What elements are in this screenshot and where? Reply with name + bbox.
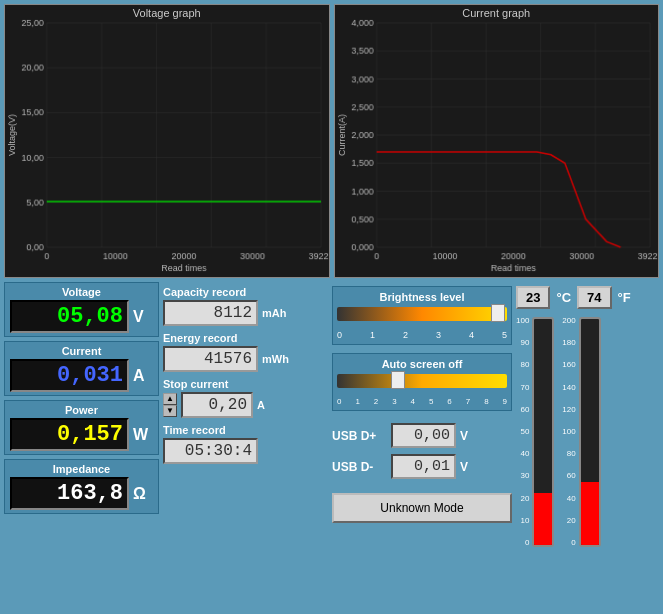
stop-current-row: ▲ ▼ A [163, 392, 328, 418]
celsius-badge: 23 [516, 286, 550, 309]
time-row [163, 438, 328, 464]
fahrenheit-badge: 74 [577, 286, 611, 309]
capacity-block: Capacity record mAh [163, 286, 328, 326]
usb-dplus-label: USB D+ [332, 429, 387, 443]
current-graph: Current graph [334, 4, 660, 278]
voltage-graph: Voltage graph [4, 4, 330, 278]
current-graph-title: Current graph [335, 5, 659, 21]
bottom-section: Voltage 05,08 V Current 0,031 A Power 0,… [0, 280, 663, 614]
capacity-unit: mAh [262, 307, 286, 319]
impedance-label: Impedance [10, 463, 153, 475]
thermometers-row: 100 90 80 70 60 50 40 30 20 10 0 [516, 317, 631, 610]
fahrenheit-scale: 200 180 160 140 120 100 80 60 40 20 0 [562, 317, 575, 547]
celsius-fill [534, 493, 552, 545]
voltage-unit: V [133, 308, 153, 326]
power-block: Power 0,157 W [4, 400, 159, 455]
energy-label: Energy record [163, 332, 328, 344]
voltage-graph-title: Voltage graph [5, 5, 329, 21]
power-row: 0,157 W [10, 418, 153, 451]
celsius-unit: °C [556, 290, 571, 305]
brightness-block: Brightness level 0 1 2 3 4 5 [332, 286, 512, 345]
usb-block: USB D+ V USB D- V [332, 423, 512, 479]
capacity-row: mAh [163, 300, 328, 326]
app-container: Voltage graph Current graph Voltage 05,0… [0, 0, 663, 614]
voltage-canvas [5, 5, 329, 277]
graphs-section: Voltage graph Current graph [0, 0, 663, 280]
impedance-row: 163,8 Ω [10, 477, 153, 510]
brightness-slider[interactable] [337, 307, 507, 329]
voltage-value: 05,08 [10, 300, 129, 333]
fahrenheit-tube [579, 317, 601, 547]
capacity-input[interactable] [163, 300, 258, 326]
usb-dminus-label: USB D- [332, 460, 387, 474]
current-unit: A [133, 367, 153, 385]
center-panel: Brightness level 0 1 2 3 4 5 Auto screen [332, 282, 512, 610]
auto-screen-slider[interactable] [337, 374, 507, 396]
auto-labels: 0 1 2 3 4 5 6 7 8 9 [337, 397, 507, 406]
energy-row: mWh [163, 346, 328, 372]
capacity-label: Capacity record [163, 286, 328, 298]
brightness-track [337, 307, 507, 321]
stop-current-block: Stop current ▲ ▼ A [163, 378, 328, 418]
energy-block: Energy record mWh [163, 332, 328, 372]
thermometers-panel: 23 °C 74 °F 100 90 80 70 60 50 40 30 [516, 282, 631, 610]
celsius-tube [532, 317, 554, 547]
current-canvas [335, 5, 659, 277]
usb-dminus-unit: V [460, 460, 468, 474]
impedance-block: Impedance 163,8 Ω [4, 459, 159, 514]
power-value: 0,157 [10, 418, 129, 451]
spinner-up-button[interactable]: ▲ [163, 393, 177, 405]
power-unit: W [133, 426, 153, 444]
auto-screen-title: Auto screen off [337, 358, 507, 370]
stop-current-label: Stop current [163, 378, 328, 390]
usb-dplus-unit: V [460, 429, 468, 443]
usb-dplus-input[interactable] [391, 423, 456, 448]
spinner-down-button[interactable]: ▼ [163, 405, 177, 417]
brightness-title: Brightness level [337, 291, 507, 303]
readings-panel: Voltage 05,08 V Current 0,031 A Power 0,… [4, 282, 159, 610]
voltage-block: Voltage 05,08 V [4, 282, 159, 337]
impedance-value: 163,8 [10, 477, 129, 510]
auto-track [337, 374, 507, 388]
stop-current-input[interactable] [181, 392, 253, 418]
spinner-block: ▲ ▼ [163, 393, 177, 417]
current-label: Current [10, 345, 153, 357]
time-input[interactable] [163, 438, 258, 464]
stop-current-unit: A [257, 399, 265, 411]
energy-unit: mWh [262, 353, 289, 365]
auto-handle[interactable] [391, 371, 405, 389]
usb-dplus-row: USB D+ V [332, 423, 512, 448]
records-panel: Capacity record mAh Energy record mWh St… [163, 282, 328, 610]
unknown-mode-button[interactable]: Unknown Mode [332, 493, 512, 523]
usb-dminus-row: USB D- V [332, 454, 512, 479]
current-value: 0,031 [10, 359, 129, 392]
voltage-label: Voltage [10, 286, 153, 298]
time-block: Time record [163, 424, 328, 464]
brightness-handle[interactable] [491, 304, 505, 322]
auto-screen-block: Auto screen off 0 1 2 3 4 5 6 7 8 9 [332, 353, 512, 411]
fahrenheit-unit: °F [618, 290, 631, 305]
usb-dminus-input[interactable] [391, 454, 456, 479]
celsius-thermometer: 100 90 80 70 60 50 40 30 20 10 0 [516, 317, 554, 610]
celsius-scale: 100 90 80 70 60 50 40 30 20 10 0 [516, 317, 529, 547]
power-label: Power [10, 404, 153, 416]
current-block: Current 0,031 A [4, 341, 159, 396]
voltage-row: 05,08 V [10, 300, 153, 333]
time-label: Time record [163, 424, 328, 436]
current-row: 0,031 A [10, 359, 153, 392]
thermo-header: 23 °C 74 °F [516, 286, 631, 309]
energy-input[interactable] [163, 346, 258, 372]
fahrenheit-thermometer: 200 180 160 140 120 100 80 60 40 20 0 [562, 317, 600, 610]
brightness-labels: 0 1 2 3 4 5 [337, 330, 507, 340]
impedance-unit: Ω [133, 485, 153, 503]
fahrenheit-fill [581, 482, 599, 545]
